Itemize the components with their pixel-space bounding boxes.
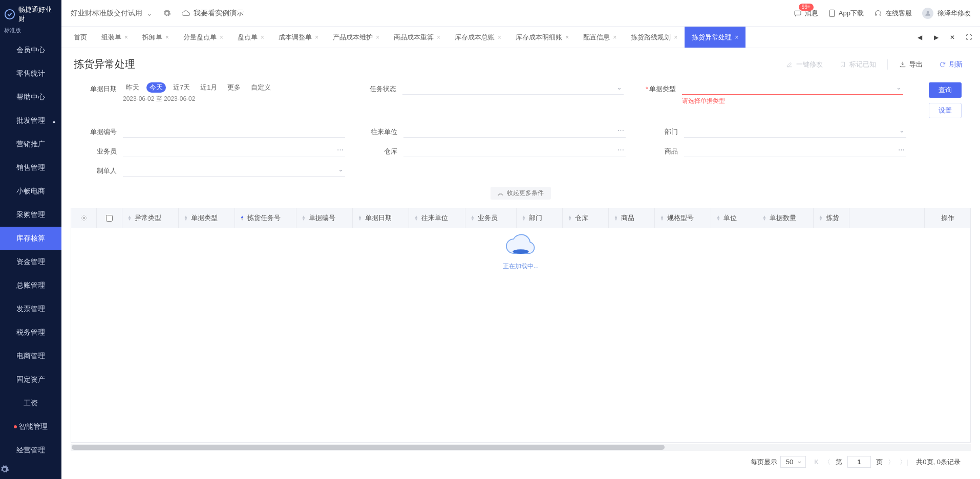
sort-icon[interactable]: ▲▼ [358,215,362,221]
sidebar-item-11[interactable]: 发票管理 [0,297,61,321]
doc-no-input[interactable] [123,125,345,138]
sort-icon[interactable]: ▲▼ [762,215,766,221]
user-menu[interactable]: 徐泽华修改 [922,8,971,19]
customer-service[interactable]: 在线客服 [874,9,912,18]
tab-close-icon[interactable]: × [498,34,501,41]
sidebar-item-17[interactable]: 经营管理 [0,439,61,460]
sidebar-item-2[interactable]: 帮助中心 [0,85,61,109]
sort-icon[interactable]: ▲▼ [522,215,526,221]
sort-icon[interactable]: ▲▼ [614,215,618,221]
chevron-down-icon[interactable]: ⌄ [338,165,344,173]
tab-9[interactable]: 库存成本明细账× [508,27,576,48]
sidebar-item-6[interactable]: 小畅电商 [0,180,61,203]
tabs-close-all[interactable]: ✕ [945,30,960,45]
demo-link[interactable]: 我要看实例演示 [181,9,244,18]
chevron-down-icon[interactable]: ⌄ [896,83,902,91]
tab-8[interactable]: 库存成本总账× [448,27,508,48]
date-opt-today[interactable]: 今天 [146,82,166,93]
sort-icon[interactable]: ▲▼ [302,215,306,221]
tab-close-icon[interactable]: × [735,34,738,41]
tab-close-icon[interactable]: × [437,34,440,41]
tab-1[interactable]: 组装单× [94,27,135,48]
tab-6[interactable]: 产品成本维护× [326,27,387,48]
sidebar-item-3[interactable]: 批发管理 [0,109,61,133]
tab-12[interactable]: 拣货异常处理× [685,27,745,48]
tab-close-icon[interactable]: × [220,34,223,41]
app-download[interactable]: App下载 [828,9,864,18]
date-opt-yesterday[interactable]: 昨天 [123,82,142,93]
checkbox[interactable] [106,215,113,222]
dept-select[interactable] [684,125,906,138]
more-icon[interactable]: ⋯ [617,146,625,154]
tab-2[interactable]: 拆卸单× [135,27,176,48]
export-button[interactable]: 导出 [894,58,928,71]
sidebar-item-9[interactable]: 资金管理 [0,250,61,274]
more-icon[interactable]: ⋯ [617,126,625,134]
task-status-select[interactable] [402,82,624,95]
select-all-checkbox[interactable] [97,208,122,228]
tab-close-icon[interactable]: × [261,34,264,41]
tabs-scroll-left[interactable]: ◀ [912,30,927,45]
tab-11[interactable]: 拣货路线规划× [624,27,685,48]
sort-icon[interactable]: ▲▼ [660,215,664,221]
col-4[interactable]: ▲▼单据日期 [353,208,409,228]
pager-last[interactable]: 〉| [900,458,908,467]
tab-close-icon[interactable]: × [124,34,128,41]
col-2[interactable]: ▲▼拣货任务号 [235,208,296,228]
sort-icon[interactable]: ▲▼ [240,215,244,221]
sort-icon[interactable]: ▲▼ [184,215,188,221]
sidebar-item-15[interactable]: 工资 [0,391,61,415]
settings-button[interactable]: 设置 [929,103,962,118]
col-1[interactable]: ▲▼单据类型 [179,208,235,228]
settings-icon[interactable] [0,465,9,474]
tab-close-icon[interactable]: × [674,34,677,41]
tab-close-icon[interactable]: × [565,34,569,41]
sort-icon[interactable]: ▲▼ [819,215,823,221]
tab-close-icon[interactable]: × [613,34,616,41]
sidebar-item-1[interactable]: 零售统计 [0,62,61,85]
col-3[interactable]: ▲▼单据编号 [296,208,353,228]
sort-icon[interactable]: ▲▼ [127,215,132,221]
chevron-down-icon[interactable]: ⌄ [899,126,905,134]
col-10[interactable]: ▲▼规格型号 [655,208,711,228]
tab-7[interactable]: 商品成本重算× [387,27,448,48]
pager-prev[interactable]: 〈 [824,458,830,467]
pager-first[interactable]: K [814,458,819,466]
gear-icon[interactable] [163,9,171,17]
product-input[interactable] [684,145,906,157]
more-icon[interactable]: ⋯ [337,146,344,154]
page-size-select[interactable]: 50 [780,456,806,468]
date-opt-more[interactable]: 更多 [224,82,244,93]
tab-close-icon[interactable]: × [165,34,169,41]
tab-0[interactable]: 首页 [67,27,94,48]
warehouse-input[interactable] [403,145,626,157]
sidebar-item-8[interactable]: 库存核算 [0,227,61,250]
tab-close-icon[interactable]: × [315,34,318,41]
product-switcher[interactable]: 好业财标准版交付试用 ⌄ [71,9,153,18]
tabs-scroll-right[interactable]: ▶ [929,30,943,45]
date-opt-week[interactable]: 近7天 [170,82,193,93]
pager-page-input[interactable] [847,456,871,468]
sort-icon[interactable]: ▲▼ [568,215,572,221]
col-9[interactable]: ▲▼商品 [609,208,655,228]
sidebar-item-12[interactable]: 税务管理 [0,321,61,344]
refresh-button[interactable]: 刷新 [934,58,968,71]
col-12[interactable]: ▲▼单据数量 [757,208,814,228]
pager-next[interactable]: 〉 [888,458,894,467]
tab-4[interactable]: 盘点单× [230,27,271,48]
doc-type-select[interactable] [682,82,903,95]
col-5[interactable]: ▲▼往来单位 [409,208,465,228]
col-0[interactable]: ▲▼异常类型 [122,208,179,228]
sort-icon[interactable]: ▲▼ [716,215,720,221]
sidebar-item-10[interactable]: 总账管理 [0,274,61,297]
collapse-filters-button[interactable]: ︽ 收起更多条件 [491,187,551,200]
table-settings-button[interactable] [71,208,97,228]
sidebar-item-5[interactable]: 销售管理 [0,156,61,180]
sort-icon[interactable]: ▲▼ [414,215,418,221]
tab-5[interactable]: 成本调整单× [271,27,326,48]
tab-10[interactable]: 配置信息× [576,27,624,48]
col-8[interactable]: ▲▼仓库 [563,208,609,228]
maker-select[interactable] [123,164,345,177]
horizontal-scrollbar[interactable] [71,444,971,451]
tabs-fullscreen[interactable]: ⛶ [962,30,976,45]
